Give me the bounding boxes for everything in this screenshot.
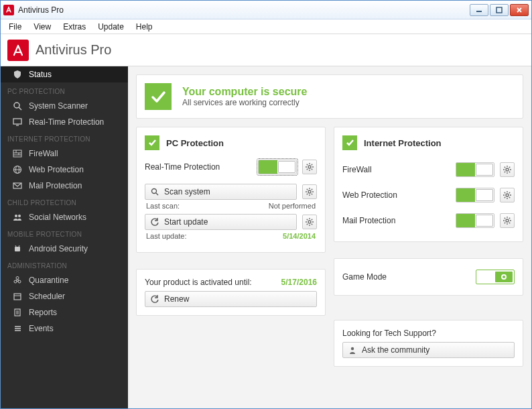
menu-help[interactable]: Help <box>131 21 158 33</box>
svg-point-72 <box>506 194 509 196</box>
search-icon <box>13 101 22 111</box>
sidebar-group-header: PC PROTECTION <box>1 82 128 98</box>
svg-rect-25 <box>14 294 21 300</box>
menu-view[interactable]: View <box>28 21 56 33</box>
last-scan-label: Last scan: <box>146 202 180 210</box>
realtime-label: Real-Time Protection <box>145 162 253 172</box>
scan-bar: Scan system <box>145 184 317 200</box>
gamemode-label: Game Mode <box>342 272 470 282</box>
svg-line-20 <box>19 245 19 247</box>
svg-rect-2 <box>496 7 502 13</box>
menu-update[interactable]: Update <box>92 21 129 33</box>
svg-line-52 <box>312 189 312 190</box>
start-update-button[interactable]: Start update <box>145 214 297 230</box>
android-icon <box>13 244 22 253</box>
last-update-value: 5/14/2014 <box>283 232 316 240</box>
globe-icon <box>13 165 22 174</box>
sidebar-item-real-time-protection[interactable]: Real-Time Protection <box>1 114 128 130</box>
last-update-row: Last update: 5/14/2014 <box>145 230 317 244</box>
sidebar-item-mail-protection[interactable]: Mail Protection <box>1 178 128 194</box>
svg-line-70 <box>509 167 510 168</box>
firewall-label: FireWall <box>342 165 450 174</box>
status-title: Your computer is secure <box>182 86 307 98</box>
web-protection-settings[interactable] <box>500 188 515 202</box>
svg-rect-18 <box>15 247 20 251</box>
internet-section-title: Internet Protection <box>364 138 442 148</box>
web-protection-toggle[interactable] <box>456 188 494 202</box>
update-settings[interactable] <box>302 215 317 229</box>
firewall-icon <box>13 149 22 158</box>
activation-card: Your product is activated until: 5/17/20… <box>136 269 326 316</box>
sidebar-item-label: Events <box>29 324 54 333</box>
svg-line-89 <box>505 223 505 223</box>
status-subtitle: All services are working correctly <box>182 98 307 107</box>
svg-line-88 <box>509 218 510 219</box>
sidebar-item-system-scanner[interactable]: System Scanner <box>1 98 128 114</box>
svg-line-51 <box>312 194 312 194</box>
biohazard-icon <box>13 276 22 285</box>
svg-line-68 <box>505 167 505 168</box>
minimize-button[interactable] <box>470 4 488 16</box>
svg-line-19 <box>15 245 16 247</box>
monitor-icon <box>13 117 22 127</box>
close-button[interactable] <box>510 4 529 16</box>
svg-line-41 <box>312 164 312 165</box>
mail-protection-toggle[interactable] <box>456 213 494 228</box>
gamemode-row: Game Mode <box>342 267 515 287</box>
svg-line-53 <box>307 194 308 194</box>
svg-line-62 <box>307 224 308 225</box>
mail-protection-row: Mail Protection <box>342 208 515 233</box>
sidebar-item-scheduler[interactable]: Scheduler <box>1 288 128 304</box>
sidebar-group-header: ADMINISTRATION <box>1 257 128 272</box>
firewall-settings[interactable] <box>500 162 515 177</box>
internet-protection-card: Internet Protection FireWallWeb Protecti… <box>334 127 523 242</box>
mail-icon <box>13 181 22 190</box>
svg-line-71 <box>505 172 505 172</box>
sidebar-item-events[interactable]: Events <box>1 320 128 337</box>
sidebar-item-label: System Scanner <box>29 101 88 111</box>
scan-settings[interactable] <box>302 184 317 199</box>
sidebar-group-header: INTERNET PROTECTION <box>1 130 128 145</box>
people-icon <box>13 213 22 222</box>
svg-line-59 <box>307 219 308 220</box>
search-icon <box>151 188 159 196</box>
svg-line-44 <box>156 193 158 195</box>
maximize-button[interactable] <box>490 4 509 16</box>
sidebar-item-label: FireWall <box>29 149 58 158</box>
columns: PC Protection Real-Time Protection Scan <box>136 127 523 375</box>
renew-button[interactable]: Renew <box>145 291 317 307</box>
sidebar-item-label: Scheduler <box>29 292 65 301</box>
status-card: Your computer is secure All services are… <box>136 74 523 119</box>
sidebar-item-android-security[interactable]: Android Security <box>1 241 128 257</box>
firewall-toggle[interactable] <box>456 162 494 177</box>
svg-line-78 <box>509 197 510 198</box>
sidebar-item-quarantine[interactable]: Quarantine <box>1 272 128 288</box>
menu-extras[interactable]: Extras <box>58 21 91 33</box>
realtime-settings[interactable] <box>302 160 317 174</box>
titlebar: Antivirus Pro <box>1 1 531 19</box>
svg-point-63 <box>506 168 509 171</box>
svg-line-39 <box>307 164 308 165</box>
svg-rect-5 <box>13 119 21 124</box>
sidebar-item-reports[interactable]: Reports <box>1 304 128 320</box>
refresh-icon <box>151 295 159 303</box>
sidebar-item-firewall[interactable]: FireWall <box>1 145 128 162</box>
person-icon <box>348 346 356 354</box>
svg-point-81 <box>506 219 509 222</box>
ask-community-button[interactable]: Ask the community <box>342 342 515 358</box>
menu-file[interactable]: File <box>3 21 27 33</box>
sidebar-item-web-protection[interactable]: Web Protection <box>1 162 128 178</box>
scan-system-button[interactable]: Scan system <box>145 184 297 200</box>
refresh-icon <box>151 218 159 226</box>
realtime-toggle[interactable] <box>258 160 297 174</box>
svg-line-61 <box>312 219 312 220</box>
last-update-label: Last update: <box>146 232 187 240</box>
pc-section-head: PC Protection <box>145 135 317 150</box>
last-scan-row: Last scan: Not performed <box>145 200 317 214</box>
sidebar-item-label: Real-Time Protection <box>29 117 104 127</box>
web-protection-label: Web Protection <box>342 190 450 200</box>
sidebar-item-status[interactable]: Status <box>1 66 128 82</box>
mail-protection-settings[interactable] <box>500 213 515 228</box>
gamemode-toggle[interactable] <box>476 270 515 284</box>
sidebar-item-social-networks[interactable]: Social Networks <box>1 209 128 225</box>
